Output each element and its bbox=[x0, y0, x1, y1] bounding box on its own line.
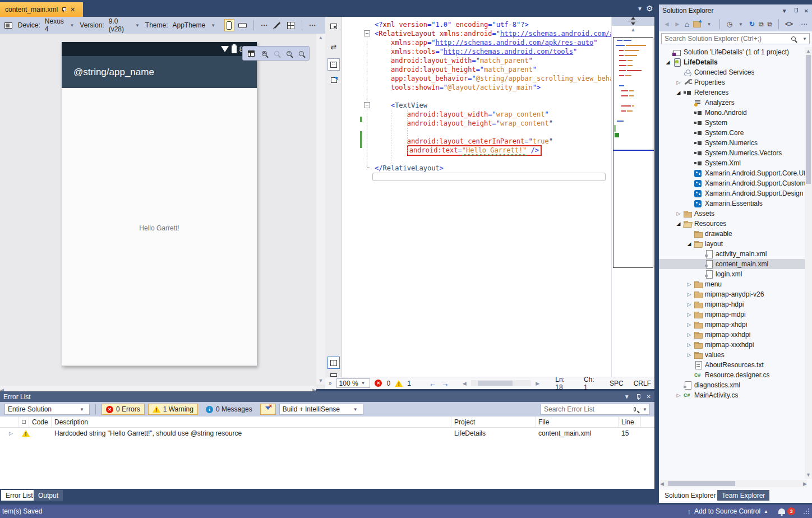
scrollbar-thumb[interactable] bbox=[806, 55, 811, 184]
hscroll-left-icon[interactable]: ◀ bbox=[463, 380, 467, 387]
notifications-badge[interactable]: 3 bbox=[787, 507, 795, 515]
scrollbar-thumb[interactable] bbox=[668, 481, 735, 486]
open-in-new-window-button[interactable] bbox=[327, 74, 340, 86]
code-line[interactable]: <TextView bbox=[342, 101, 611, 110]
tab-team-explorer[interactable]: Team Explorer bbox=[717, 490, 769, 501]
row-expander-icon[interactable]: ▷ bbox=[9, 431, 13, 436]
scope-select[interactable]: Entire Solution ▼ bbox=[4, 404, 90, 415]
pin-icon[interactable] bbox=[635, 394, 641, 400]
window-menu-icon[interactable]: ▼ bbox=[782, 8, 787, 14]
header-line[interactable]: Line bbox=[619, 417, 641, 427]
device-select[interactable]: Nexus 4 bbox=[45, 17, 64, 33]
tree-item-menu[interactable]: ▷menu bbox=[659, 279, 808, 289]
version-dropdown-icon[interactable]: ▼ bbox=[135, 23, 140, 28]
pin-icon[interactable] bbox=[793, 8, 799, 13]
tree-item-mipmap-xxhdpi[interactable]: ▷mipmap-xxhdpi bbox=[659, 330, 808, 340]
expander-expanded-icon[interactable]: ◢ bbox=[674, 90, 683, 95]
toolbar-overflow-icon[interactable]: ⋯ bbox=[801, 20, 808, 28]
code-line[interactable]: <RelativeLayout xmlns:android="http://sc… bbox=[342, 29, 611, 38]
scroll-up-icon[interactable]: ▲ bbox=[316, 34, 325, 41]
notifications-bell-icon[interactable] bbox=[778, 508, 785, 514]
expander-collapsed-icon[interactable]: ▷ bbox=[685, 332, 694, 337]
tree-vertical-scrollbar[interactable]: ▲ ▼ bbox=[805, 47, 812, 479]
tree-item-references[interactable]: ◢References bbox=[659, 87, 808, 98]
code-line[interactable] bbox=[342, 155, 611, 164]
fold-collapse-icon[interactable]: − bbox=[364, 30, 370, 36]
tree-item-xamarin-android-support-design[interactable]: Xamarin.Android.Support.Design bbox=[659, 188, 808, 198]
code-line[interactable]: xmlns:app="http://schemas.android.com/ap… bbox=[342, 38, 611, 47]
version-select[interactable]: 9.0 (v28) bbox=[109, 17, 130, 33]
expander-collapsed-icon[interactable]: ▷ bbox=[685, 342, 694, 348]
tree-item-mipmap-mdpi[interactable]: ▷mipmap-mdpi bbox=[659, 309, 808, 320]
minimap-scroll-up-icon[interactable]: ▲ bbox=[612, 27, 654, 33]
window-menu-icon[interactable]: ▼ bbox=[624, 394, 630, 400]
code-line[interactable]: android:layout_width="wrap_content" bbox=[342, 110, 611, 119]
container-bounds-icon[interactable] bbox=[248, 50, 255, 57]
close-icon[interactable]: ✕ bbox=[647, 394, 651, 400]
code-line[interactable] bbox=[342, 92, 611, 101]
line-cell[interactable]: 15 bbox=[619, 428, 641, 438]
errors-filter-button[interactable]: 0 Errors bbox=[101, 404, 145, 415]
tree-horizontal-scrollbar[interactable]: ◀ ▶ bbox=[660, 480, 807, 487]
properties-pages-icon[interactable]: ⧉ bbox=[767, 20, 772, 28]
tree-item-activity-main-xml[interactable]: activity_main.xml bbox=[659, 249, 808, 259]
expander-collapsed-icon[interactable]: ▷ bbox=[674, 211, 683, 216]
textview-hello[interactable]: Hello Garrett! bbox=[62, 224, 257, 232]
tree-item-solution-lifedetails-1-of-1-project[interactable]: Solution 'LifeDetails' (1 of 1 project) bbox=[659, 47, 808, 57]
scroll-down-icon[interactable]: ▼ bbox=[806, 471, 811, 479]
theme-select[interactable]: AppTheme bbox=[173, 21, 206, 29]
tree-item-values[interactable]: ▷values bbox=[659, 350, 808, 360]
editor-horizontal-scrollbar[interactable] bbox=[471, 380, 532, 386]
tree-item-login-xml[interactable]: login.xml bbox=[659, 269, 808, 279]
scroll-right-icon[interactable]: ▶ bbox=[803, 480, 807, 488]
tree-item-xamarin-android-support-core-ut[interactable]: Xamarin.Android.Support.Core.Ut bbox=[659, 168, 808, 178]
switch-views-icon[interactable] bbox=[693, 21, 700, 27]
expand-icon[interactable]: » bbox=[329, 380, 332, 386]
expander-collapsed-icon[interactable]: ▷ bbox=[685, 281, 694, 287]
error-list-title-bar[interactable]: Error List ▼ ✕ bbox=[0, 391, 654, 402]
header-file[interactable]: File bbox=[536, 417, 619, 427]
filter-dropdown-icon[interactable]: ▼ bbox=[739, 22, 743, 27]
switch-views-dropdown-icon[interactable]: ▼ bbox=[707, 22, 712, 27]
document-group-dropdown-icon[interactable]: ▼ bbox=[637, 6, 643, 12]
source-overview-margin[interactable]: ▲ bbox=[611, 17, 654, 377]
tree-item-properties[interactable]: ▷Properties bbox=[659, 77, 808, 87]
tree-item-mono-android[interactable]: Mono.Android bbox=[659, 108, 808, 118]
grid-toggle-button[interactable] bbox=[286, 19, 296, 31]
scrollbar-thumb[interactable] bbox=[478, 381, 513, 386]
tree-item-connected-services[interactable]: Connected Services bbox=[659, 67, 808, 77]
navigate-back-icon[interactable]: ← bbox=[429, 379, 437, 388]
document-group-gear-icon[interactable]: ⚙ bbox=[646, 4, 653, 13]
designer-view-button[interactable] bbox=[327, 20, 340, 33]
warning-count-icon[interactable] bbox=[395, 380, 403, 387]
error-list-search[interactable]: ▼ bbox=[541, 404, 650, 415]
messages-filter-button[interactable]: 0 Messages bbox=[201, 404, 257, 415]
tab-pin-icon[interactable] bbox=[61, 7, 67, 12]
tree-item-assets[interactable]: ▷Assets bbox=[659, 209, 808, 219]
error-count-icon[interactable] bbox=[375, 380, 382, 387]
refresh-icon[interactable]: ↻ bbox=[749, 20, 755, 28]
solution-search-input[interactable] bbox=[662, 35, 791, 43]
project-cell[interactable]: LifeDetails bbox=[451, 428, 536, 438]
tree-item-system-numerics-vectors[interactable]: System.Numerics.Vectors bbox=[659, 148, 808, 158]
tree-item-xamarin-android-support-custom[interactable]: Xamarin.Android.Support.Custom bbox=[659, 178, 808, 188]
split-view-button[interactable] bbox=[327, 58, 340, 71]
tree-item-mipmap-xxxhdpi[interactable]: ▷mipmap-xxxhdpi bbox=[659, 340, 808, 350]
expander-collapsed-icon[interactable]: ▷ bbox=[674, 80, 683, 85]
back-icon[interactable]: ◄ bbox=[663, 20, 670, 28]
code-line[interactable]: android:layout_height="match_parent" bbox=[342, 65, 611, 74]
header-description[interactable]: Description bbox=[52, 417, 451, 427]
close-icon[interactable]: ✕ bbox=[804, 8, 809, 14]
tab-solution-explorer[interactable]: Solution Explorer bbox=[660, 490, 720, 501]
tab-error-list[interactable]: Error List bbox=[1, 490, 38, 501]
tree-item-mipmap-xhdpi[interactable]: ▷mipmap-xhdpi bbox=[659, 320, 808, 330]
expander-expanded-icon[interactable]: ◢ bbox=[663, 59, 672, 65]
code-line[interactable]: <?xml version="1.0" encoding="utf-8"?> bbox=[342, 20, 611, 29]
tree-item-resource-designer-cs[interactable]: Resource.designer.cs bbox=[659, 370, 808, 380]
portrait-orientation-button[interactable] bbox=[224, 19, 234, 31]
designer-vertical-scrollbar[interactable]: ▲ ▼ bbox=[316, 34, 325, 385]
code-line[interactable]: </RelativeLayout> bbox=[342, 164, 611, 173]
tab-output[interactable]: Output bbox=[34, 490, 63, 501]
code-line[interactable] bbox=[342, 128, 611, 137]
scroll-left-icon[interactable]: ◀ bbox=[660, 480, 664, 488]
